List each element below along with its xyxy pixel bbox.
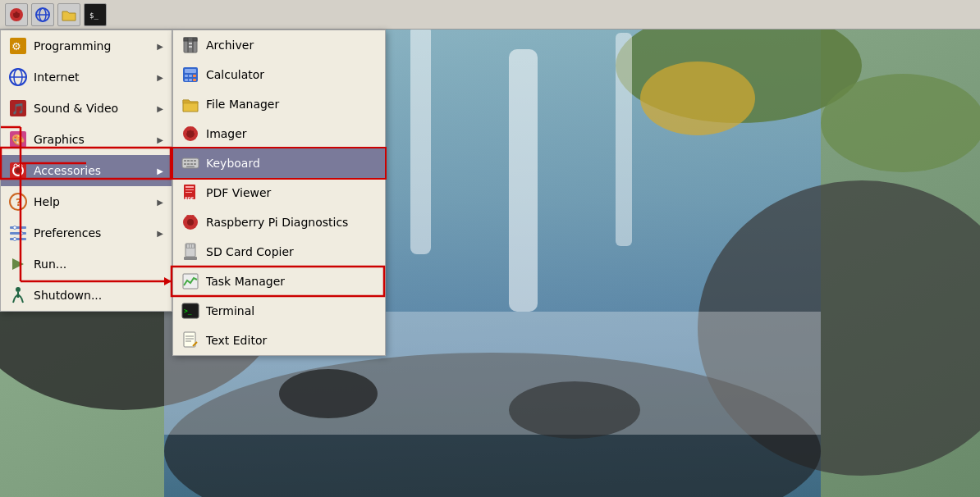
svg-rect-85 (194, 163, 196, 165)
submenu-item-sd-card-copier[interactable]: SD Card Copier (173, 237, 385, 267)
svg-rect-101 (184, 257, 197, 260)
menu-item-help[interactable]: ? Help ▶ (1, 186, 172, 217)
sound-video-icon: 🎵 (9, 99, 27, 117)
text-editor-label: Text Editor (206, 334, 377, 347)
svg-line-55 (21, 298, 23, 303)
submenu-item-keyboard[interactable]: Keyboard (173, 148, 385, 178)
programming-arrow: ▶ (157, 42, 163, 51)
submenu-item-archiver[interactable]: Archiver (173, 30, 385, 60)
svg-rect-12 (509, 49, 538, 312)
submenu-item-imager[interactable]: Imager (173, 119, 385, 148)
accessories-label: Accessories (34, 164, 157, 177)
internet-arrow: ▶ (157, 73, 163, 82)
internet-label: Internet (34, 71, 157, 84)
svg-rect-82 (184, 163, 186, 165)
svg-rect-99 (190, 244, 191, 248)
help-label: Help (34, 195, 157, 208)
internet-icon[interactable] (31, 3, 54, 26)
imager-label: Imager (206, 127, 377, 140)
menu-item-shutdown[interactable]: Shutdown... (1, 280, 172, 311)
calculator-icon (181, 66, 199, 84)
svg-rect-13 (616, 33, 632, 246)
task-manager-icon (181, 272, 199, 290)
svg-point-47 (20, 232, 23, 235)
svg-rect-43 (10, 226, 26, 229)
accessories-icon (9, 162, 27, 180)
file-manager-label: File Manager (206, 98, 377, 111)
submenu-item-calculator[interactable]: Calculator (173, 60, 385, 89)
svg-rect-68 (185, 79, 188, 81)
svg-point-95 (191, 215, 195, 218)
run-icon (9, 255, 27, 273)
files-folder-icon[interactable] (57, 3, 80, 26)
svg-point-17 (509, 381, 640, 439)
svg-point-75 (184, 130, 187, 134)
svg-point-76 (194, 130, 197, 134)
help-icon: ? (9, 193, 27, 211)
svg-rect-81 (194, 160, 196, 162)
internet-menu-icon (9, 68, 27, 86)
calculator-label: Calculator (206, 68, 377, 81)
svg-rect-80 (190, 160, 193, 162)
svg-point-93 (187, 219, 194, 226)
shutdown-icon (9, 286, 27, 304)
svg-rect-70 (193, 79, 196, 81)
accessories-submenu: Archiver Calculator File Manager (172, 30, 386, 356)
svg-rect-44 (10, 232, 26, 235)
svg-line-54 (13, 298, 15, 303)
programming-label: Programming (34, 39, 157, 52)
svg-marker-49 (12, 258, 24, 270)
svg-text:>_: >_ (184, 308, 192, 315)
menu-item-preferences[interactable]: Preferences ▶ (1, 217, 172, 248)
programming-icon: ⚙ (9, 37, 27, 55)
shutdown-label: Shutdown... (34, 289, 163, 302)
svg-point-50 (16, 287, 21, 292)
submenu-item-file-manager[interactable]: File Manager (173, 89, 385, 119)
submenu-item-task-manager[interactable]: Task Manager (173, 267, 385, 296)
keyboard-icon (181, 154, 199, 172)
svg-point-40 (19, 164, 22, 167)
taskbar: $_ (0, 0, 980, 30)
svg-point-94 (186, 215, 190, 218)
task-manager-label: Task Manager (206, 275, 377, 288)
submenu-item-terminal[interactable]: >_ Terminal (173, 296, 385, 326)
menu-item-internet[interactable]: Internet ▶ (1, 62, 172, 93)
svg-text:?: ? (16, 196, 22, 208)
keyboard-label: Keyboard (206, 157, 377, 170)
menu-item-accessories[interactable]: Accessories ▶ (1, 155, 172, 186)
submenu-item-raspberry-diagnostics[interactable]: Raspberry Pi Diagnostics (173, 207, 385, 237)
svg-point-74 (190, 127, 195, 131)
svg-rect-61 (189, 43, 192, 44)
menu-item-sound-video[interactable]: 🎵 Sound & Video ▶ (1, 93, 172, 124)
svg-point-16 (279, 369, 378, 418)
svg-rect-90 (185, 192, 192, 193)
graphics-label: Graphics (34, 133, 157, 146)
svg-rect-102 (183, 274, 198, 289)
submenu-item-text-editor[interactable]: Text Editor (173, 326, 385, 355)
svg-rect-11 (410, 25, 431, 254)
terminal-icon[interactable]: $_ (84, 3, 107, 26)
svg-point-7 (821, 74, 980, 172)
svg-point-20 (12, 10, 16, 13)
pdf-viewer-label: PDF Viewer (206, 186, 377, 199)
graphics-icon: 🎨 (9, 130, 27, 148)
menu-item-graphics[interactable]: 🎨 Graphics ▶ (1, 124, 172, 155)
menu-item-run[interactable]: Run... (1, 248, 172, 280)
svg-rect-64 (185, 69, 196, 73)
imager-icon (181, 125, 199, 143)
menu-item-programming[interactable]: ⚙ Programming ▶ (1, 30, 172, 62)
terminal-submenu-icon: >_ (181, 302, 199, 320)
svg-point-72 (186, 130, 195, 138)
svg-text:⚙: ⚙ (11, 40, 21, 52)
sd-card-copier-icon (181, 243, 199, 261)
svg-point-39 (14, 164, 17, 167)
svg-rect-45 (10, 238, 26, 240)
raspberry-pi-menu-button[interactable] (5, 3, 28, 26)
main-menu: ⚙ Programming ▶ Internet ▶ 🎵 Sound & Vid… (0, 30, 172, 312)
submenu-item-pdf-viewer[interactable]: PDF PDF Viewer (173, 178, 385, 207)
svg-rect-78 (184, 160, 186, 162)
svg-point-9 (640, 62, 755, 135)
svg-rect-100 (192, 244, 194, 248)
svg-rect-66 (189, 75, 192, 77)
svg-text:🎨: 🎨 (11, 133, 25, 147)
